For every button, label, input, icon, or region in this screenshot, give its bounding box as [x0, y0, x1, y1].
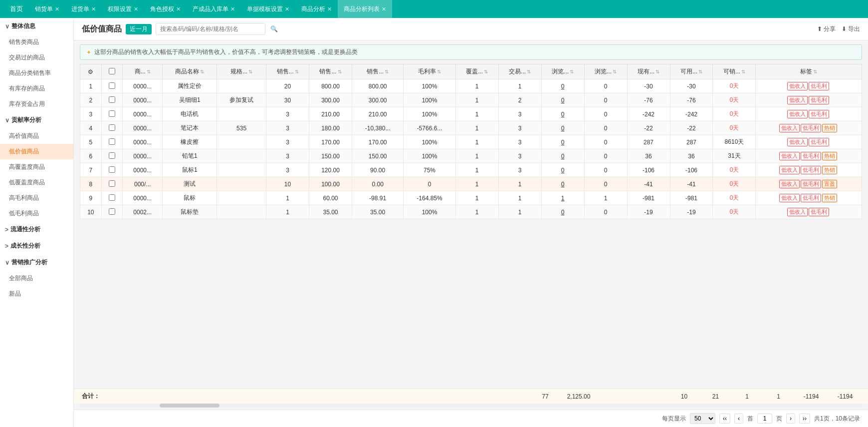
nav-permissions[interactable]: 权限设置✕: [102, 0, 144, 18]
col-current-stock[interactable]: 现有...⇅: [627, 64, 670, 79]
filter-tag-button[interactable]: 近一月: [126, 24, 152, 34]
views-link[interactable]: 0: [561, 125, 565, 132]
cell-checkbox[interactable]: [101, 163, 122, 177]
nav-production[interactable]: 产成品入库单✕: [187, 0, 241, 18]
share-button[interactable]: ⬆ 分享: [817, 25, 836, 33]
row-checkbox[interactable]: [109, 82, 115, 89]
col-views1[interactable]: 浏览...⇅: [541, 64, 584, 79]
sidebar-item-category-rate[interactable]: 商品分类销售率: [0, 65, 73, 81]
sidebar-item-stock-capital[interactable]: 库存资金占用: [0, 96, 73, 112]
cell-checkbox[interactable]: [101, 177, 122, 191]
col-margin[interactable]: 毛利率⇅: [404, 64, 455, 79]
sidebar-item-new-goods[interactable]: 新品: [0, 286, 73, 302]
cell-checkbox[interactable]: [101, 205, 122, 219]
cell-views1[interactable]: 0: [541, 93, 584, 107]
col-sellable[interactable]: 可销...⇅: [713, 64, 756, 79]
sidebar-group-growth[interactable]: > 成长性分析: [0, 238, 73, 254]
sidebar-group-overall[interactable]: ∨ 整体信息: [0, 18, 73, 34]
col-name[interactable]: 商品名称⇅: [163, 64, 217, 79]
col-code[interactable]: 商...⇅: [122, 64, 163, 79]
sidebar-item-low-coverage[interactable]: 低覆盖度商品: [0, 175, 73, 190]
col-tags[interactable]: 标签⇅: [756, 64, 862, 79]
col-sales-profit[interactable]: 销售...⇅: [352, 64, 403, 79]
nav-purchase[interactable]: 进货单✕: [65, 0, 102, 18]
cell-views1[interactable]: 0: [541, 149, 584, 163]
col-sales-amount[interactable]: 销售...⇅: [309, 64, 352, 79]
cell-views1[interactable]: 0: [541, 79, 584, 93]
close-icon[interactable]: ✕: [134, 6, 138, 12]
col-available[interactable]: 可用...⇅: [670, 64, 713, 79]
views-link[interactable]: 0: [561, 97, 565, 104]
next-page-button[interactable]: ›: [786, 414, 795, 424]
close-icon[interactable]: ✕: [327, 6, 332, 12]
cell-checkbox[interactable]: [101, 121, 122, 135]
sidebar-item-sales-goods[interactable]: 销售类商品: [0, 34, 73, 50]
row-checkbox[interactable]: [109, 166, 115, 173]
row-checkbox[interactable]: [109, 96, 115, 103]
cell-checkbox[interactable]: [101, 149, 122, 163]
sidebar-item-low-value[interactable]: 低价值商品: [0, 144, 73, 159]
per-page-select[interactable]: 50 100 200: [690, 413, 715, 424]
close-icon[interactable]: ✕: [91, 6, 96, 12]
cell-checkbox[interactable]: [101, 135, 122, 149]
first-page-button[interactable]: ‹‹: [719, 414, 730, 424]
cell-views1[interactable]: 0: [541, 177, 584, 191]
select-all-checkbox[interactable]: [109, 68, 115, 74]
views-link[interactable]: 0: [561, 139, 565, 146]
nav-product-analysis[interactable]: 商品分析✕: [295, 0, 338, 18]
search-icon[interactable]: 🔍: [270, 25, 278, 32]
sidebar-item-low-margin[interactable]: 低毛利商品: [0, 206, 73, 221]
row-checkbox[interactable]: [109, 194, 115, 201]
page-number-input[interactable]: [757, 414, 772, 424]
export-button[interactable]: ⬇ 导出: [842, 25, 860, 33]
sidebar-item-high-margin[interactable]: 高毛利商品: [0, 190, 73, 206]
nav-sales[interactable]: 销货单✕: [29, 0, 65, 18]
cell-views1[interactable]: 0: [541, 135, 584, 149]
sidebar-group-circulation[interactable]: > 流通性分析: [0, 221, 73, 238]
close-icon[interactable]: ✕: [285, 6, 289, 12]
cell-checkbox[interactable]: [101, 191, 122, 205]
sidebar-item-all-goods[interactable]: 全部商品: [0, 271, 73, 286]
row-checkbox[interactable]: [109, 180, 115, 187]
col-checkbox[interactable]: [101, 64, 122, 79]
horizontal-scrollbar[interactable]: [80, 404, 862, 408]
cell-checkbox[interactable]: [101, 107, 122, 121]
col-settings[interactable]: ⚙: [80, 64, 102, 79]
views-link[interactable]: 0: [561, 209, 565, 216]
views-link[interactable]: 0: [561, 153, 565, 160]
col-spec[interactable]: 规格...⇅: [217, 64, 266, 79]
col-transactions[interactable]: 交易...⇅: [498, 64, 541, 79]
col-coverage[interactable]: 覆盖...⇅: [455, 64, 498, 79]
cell-views1[interactable]: 0: [541, 107, 584, 121]
sidebar-item-high-coverage[interactable]: 高覆盖度商品: [0, 159, 73, 175]
sidebar-item-stock-goods[interactable]: 有库存的商品: [0, 81, 73, 96]
row-checkbox[interactable]: [109, 124, 115, 131]
close-icon[interactable]: ✕: [55, 6, 59, 12]
cell-views1[interactable]: 0: [541, 121, 584, 135]
sidebar-item-high-value[interactable]: 高价值商品: [0, 128, 73, 144]
row-checkbox[interactable]: [109, 110, 115, 117]
cell-views1[interactable]: 1: [541, 191, 584, 205]
close-icon[interactable]: ✕: [230, 6, 235, 12]
views-link[interactable]: 0: [561, 83, 565, 90]
cell-checkbox[interactable]: [101, 93, 122, 107]
nav-product-analysis-list[interactable]: 商品分析列表✕: [338, 0, 392, 18]
col-views2[interactable]: 浏览...⇅: [584, 64, 627, 79]
close-icon[interactable]: ✕: [382, 6, 386, 12]
cell-checkbox[interactable]: [101, 79, 122, 93]
row-checkbox[interactable]: [109, 138, 115, 145]
nav-home[interactable]: 首页: [4, 0, 29, 18]
last-page-button[interactable]: ››: [799, 414, 810, 424]
cell-views1[interactable]: 0: [541, 163, 584, 177]
views-link[interactable]: 1: [561, 195, 565, 202]
close-icon[interactable]: ✕: [176, 6, 181, 12]
sidebar-group-marketing[interactable]: ∨ 营销推广分析: [0, 254, 73, 271]
col-sales-qty[interactable]: 销售...⇅: [266, 64, 309, 79]
cell-views1[interactable]: 0: [541, 205, 584, 219]
views-link[interactable]: 0: [561, 111, 565, 118]
views-link[interactable]: 0: [561, 181, 565, 188]
prev-page-button[interactable]: ‹: [734, 414, 743, 424]
row-checkbox[interactable]: [109, 152, 115, 159]
sidebar-item-traded-goods[interactable]: 交易过的商品: [0, 50, 73, 65]
scrollbar-thumb[interactable]: [160, 404, 219, 408]
